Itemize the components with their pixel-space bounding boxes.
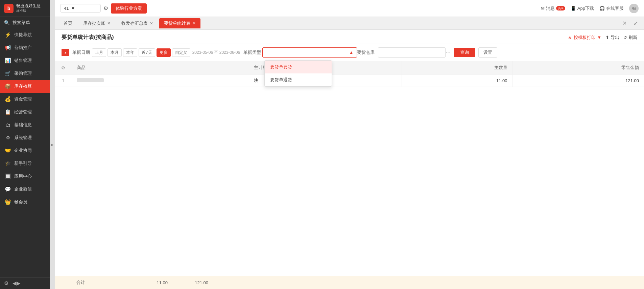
date-filter-group: 单据日期 上月 本月 本年 近7天 更多 自定义 2023-05-06 至 20… xyxy=(72,48,240,57)
sidebar-item-vip[interactable]: 👑 畅会员 xyxy=(0,196,50,208)
online-service-label: 在线客服 xyxy=(606,5,624,12)
tab-recv-summary-label: 收发存汇总表 xyxy=(121,20,148,26)
sidebar-item-sales[interactable]: 📊 销售管理 xyxy=(0,54,50,67)
sidebar-item-guide[interactable]: 🎓 新手引导 xyxy=(0,157,50,170)
type-filter-arrow[interactable]: ▲ xyxy=(349,50,354,55)
main-area: 41 ▼ ⚙ 体验行业方案 ✉ 消息 99+ 📱 App下载 🎧 在线客服 Ri… xyxy=(55,0,644,289)
nav-icon-marketing: 📢 xyxy=(4,45,11,51)
nav-label-vip: 畅会员 xyxy=(14,199,27,205)
search-menu-label: 搜索菜单 xyxy=(13,20,30,26)
nav-label-operations: 经营管理 xyxy=(14,109,32,115)
print-label: 按模板打印 xyxy=(574,35,596,41)
app-download-btn[interactable]: 📱 App下载 xyxy=(571,5,594,12)
filter-settings-btn[interactable]: 设置 xyxy=(478,47,497,58)
sidebar-bottom: ⚙ ◀▶ xyxy=(0,277,50,289)
tab-home-label: 首页 xyxy=(64,20,72,26)
search-menu[interactable]: 🔍 搜索菜单 xyxy=(0,17,50,28)
date-filter-label: 单据日期 xyxy=(72,49,90,55)
tab-close-all-icon[interactable]: ✕ xyxy=(620,19,629,27)
dropdown-item-return[interactable]: 要货单退货 xyxy=(265,73,332,86)
sidebar-item-app-center[interactable]: 🔲 应用中心 xyxy=(0,170,50,183)
page-header-actions: 🖨 按模板打印 ▼ ⬆ 导出 ↺ 刷新 xyxy=(568,35,637,41)
sidebar-item-enterprise[interactable]: 🤝 企业协同 xyxy=(0,144,50,157)
nav-icon-sales: 📊 xyxy=(4,58,11,64)
nav-label-guide: 新手引导 xyxy=(14,160,32,166)
selector-chevron: ▼ xyxy=(71,6,75,11)
sidebar-item-operations[interactable]: 📋 经营管理 xyxy=(0,106,50,118)
account-selector[interactable]: 41 ▼ xyxy=(60,4,101,13)
settings-icon[interactable]: ⚙ xyxy=(4,280,8,286)
nav-icon-enterprise: 🤝 xyxy=(4,148,11,154)
sidebar-item-marketing[interactable]: 📢 营销推广 xyxy=(0,41,50,54)
col-settings-icon[interactable]: ⚙ xyxy=(61,65,65,70)
nav-icon-inventory: 📦 xyxy=(4,83,11,89)
topbar-gear-icon[interactable]: ⚙ xyxy=(103,5,108,12)
nav-icon-wechat: 💬 xyxy=(4,186,11,192)
refresh-icon: ↺ xyxy=(623,35,627,40)
date-btns: 上月 本月 本年 近7天 更多 自定义 xyxy=(92,48,190,57)
sidebar-toggle[interactable]: ▶ xyxy=(50,0,55,289)
sidebar-item-system[interactable]: ⚙ 系统管理 xyxy=(0,131,50,144)
tab-order-stats[interactable]: 要货单统计表 ✕ xyxy=(159,18,200,28)
warehouse-input[interactable] xyxy=(378,47,446,58)
nav-label-marketing: 营销推广 xyxy=(14,45,32,51)
data-table: ⚙ 商品 主计量单位 主数量 零售金额 1 块 11.00 121.00 xyxy=(55,61,644,87)
nav-icon-basic-info: 🗂 xyxy=(4,122,11,128)
col-settings[interactable]: ⚙ xyxy=(55,61,72,74)
col-product: 商品 xyxy=(72,61,249,74)
nav-label-enterprise: 企业协同 xyxy=(14,148,32,154)
user-avatar[interactable]: Rit xyxy=(629,4,639,13)
sidebar-item-wechat[interactable]: 💬 企业微信 xyxy=(0,183,50,196)
tab-inventory-batch-close[interactable]: ✕ xyxy=(107,21,111,26)
sidebar-item-inventory[interactable]: 📦 库存核算 xyxy=(0,80,50,93)
this-year-btn[interactable]: 本年 xyxy=(123,48,137,57)
type-filter-input[interactable] xyxy=(262,47,357,58)
page-title: 要货单统计表(按商品) xyxy=(62,34,114,41)
last7-btn[interactable]: 近7天 xyxy=(139,48,155,57)
sidebar-item-finance[interactable]: 💰 资金管理 xyxy=(0,93,50,106)
this-month-btn[interactable]: 本月 xyxy=(108,48,122,57)
tab-order-stats-close[interactable]: ✕ xyxy=(192,21,196,26)
tabs-bar: 首页 库存批次账 ✕ 收发存汇总表 ✕ 要货单统计表 ✕ ✕ ⤢ xyxy=(55,17,644,30)
topbar-right: ✉ 消息 99+ 📱 App下载 🎧 在线客服 Rit xyxy=(541,4,639,13)
message-badge: 99+ xyxy=(556,6,565,10)
type-dropdown: 要货单要货 要货单退货 xyxy=(264,60,332,87)
export-label: 导出 xyxy=(611,35,619,41)
warehouse-dots[interactable]: ··· xyxy=(446,49,451,56)
logo-area: b 畅捷通好生意 标准版 xyxy=(0,0,50,17)
tab-home[interactable]: 首页 xyxy=(59,18,77,28)
sidebar-item-quick-nav[interactable]: ⚡ 快捷导航 xyxy=(0,28,50,41)
refresh-btn[interactable]: ↺ 刷新 xyxy=(623,35,637,41)
tab-recv-summary-close[interactable]: ✕ xyxy=(150,21,153,26)
app-download-label: App下载 xyxy=(577,5,594,12)
dropdown-item-goods[interactable]: 要货单要货 xyxy=(265,61,332,73)
nav-icon-vip: 👑 xyxy=(4,199,11,205)
refresh-label: 刷新 xyxy=(628,35,637,41)
footer-qty: 11.00 xyxy=(132,280,172,285)
cell-qty-0: 11.00 xyxy=(402,74,512,87)
tab-expand-icon[interactable]: ⤢ xyxy=(631,19,640,27)
type-filter-label: 单据类型 xyxy=(243,49,261,55)
export-btn[interactable]: ⬆ 导出 xyxy=(605,35,619,41)
tab-inventory-batch[interactable]: 库存批次账 ✕ xyxy=(78,18,115,28)
content-area: 要货单统计表(按商品) 🖨 按模板打印 ▼ ⬆ 导出 ↺ 刷新 › xyxy=(55,30,644,289)
online-service-btn[interactable]: 🎧 在线客服 xyxy=(599,5,624,12)
export-icon: ⬆ xyxy=(605,35,609,40)
footer-amount: 121.00 xyxy=(172,280,213,285)
sidebar-item-basic-info[interactable]: 🗂 基础信息 xyxy=(0,118,50,131)
collapse-icon[interactable]: ◀▶ xyxy=(13,280,21,286)
last-month-btn[interactable]: 上月 xyxy=(92,48,106,57)
print-btn[interactable]: 🖨 按模板打印 ▼ xyxy=(568,35,601,41)
sidebar-nav: ⚡ 快捷导航 📢 营销推广 📊 销售管理 🛒 采购管理 📦 库存核算 💰 资金管… xyxy=(0,28,50,277)
custom-btn[interactable]: 自定义 xyxy=(172,48,190,57)
topbar: 41 ▼ ⚙ 体验行业方案 ✉ 消息 99+ 📱 App下载 🎧 在线客服 Ri… xyxy=(55,0,644,17)
more-btn[interactable]: 更多 xyxy=(157,48,171,57)
account-value: 41 xyxy=(64,6,69,11)
messages-btn[interactable]: ✉ 消息 99+ xyxy=(541,5,565,12)
sidebar-item-purchase[interactable]: 🛒 采购管理 xyxy=(0,67,50,80)
tab-recv-summary[interactable]: 收发存汇总表 ✕ xyxy=(117,18,158,28)
filter-expand-btn[interactable]: › xyxy=(62,49,69,56)
message-icon: ✉ xyxy=(541,6,545,11)
trial-btn[interactable]: 体验行业方案 xyxy=(111,3,147,14)
query-btn[interactable]: 查询 xyxy=(454,48,475,57)
